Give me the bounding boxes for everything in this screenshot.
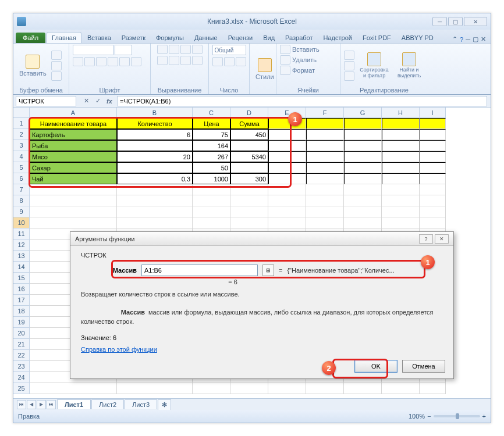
file-tab[interactable]: Файл xyxy=(16,33,45,43)
sheet-tab-2[interactable]: Лист2 xyxy=(91,399,124,409)
wrap-button[interactable] xyxy=(192,45,203,54)
row-header[interactable]: 18 xyxy=(13,306,30,317)
cell[interactable] xyxy=(117,217,193,228)
tab-layout[interactable]: Разметк xyxy=(117,33,150,43)
zoom-slider[interactable] xyxy=(434,415,480,417)
cell[interactable] xyxy=(193,206,230,217)
sheet-nav-last[interactable]: ⏭ xyxy=(47,400,56,409)
cell[interactable] xyxy=(268,173,306,184)
cell[interactable] xyxy=(420,206,446,217)
cell[interactable] xyxy=(344,184,382,195)
tab-abbyy[interactable]: ABBYY PD xyxy=(397,33,438,43)
cell[interactable] xyxy=(306,383,344,394)
dialog-help-button[interactable]: ? xyxy=(419,234,433,244)
row-header[interactable]: 1 xyxy=(13,118,30,129)
comma-button[interactable] xyxy=(236,57,246,66)
arg-input[interactable] xyxy=(141,265,258,276)
row-header[interactable]: 21 xyxy=(13,339,30,350)
column-header[interactable]: I xyxy=(420,108,446,118)
cell[interactable] xyxy=(344,162,382,173)
cell[interactable] xyxy=(344,140,382,151)
cell[interactable]: 164 xyxy=(193,140,230,151)
row-header[interactable]: 11 xyxy=(13,228,30,240)
sort-filter-button[interactable]: Сортировка и фильтр xyxy=(357,51,392,80)
cell[interactable] xyxy=(344,118,382,129)
cell[interactable] xyxy=(344,129,382,140)
merge-button[interactable] xyxy=(192,56,203,65)
cancel-button[interactable]: Отмена xyxy=(402,360,445,373)
row-header[interactable]: 9 xyxy=(13,206,30,217)
maximize-button[interactable]: ▢ xyxy=(448,17,463,26)
column-header[interactable]: B xyxy=(117,108,193,118)
doc-restore-button[interactable]: ▢ xyxy=(473,35,478,43)
cell[interactable] xyxy=(382,184,420,195)
align-bot-button[interactable] xyxy=(180,45,191,54)
format-cells-button[interactable]: Формат xyxy=(280,66,315,75)
cell[interactable] xyxy=(382,129,420,140)
align-mid-button[interactable] xyxy=(169,45,179,54)
cell[interactable] xyxy=(382,217,420,228)
tab-foxit[interactable]: Foxit PDF xyxy=(358,33,396,43)
cell[interactable] xyxy=(306,217,344,228)
zoom-in-button[interactable]: + xyxy=(482,413,486,420)
cell[interactable] xyxy=(30,206,117,217)
row-header[interactable]: 4 xyxy=(13,151,30,162)
cell[interactable] xyxy=(420,173,446,184)
cell[interactable] xyxy=(344,195,382,206)
column-header[interactable]: F xyxy=(306,108,344,118)
row-header[interactable]: 24 xyxy=(13,372,30,383)
column-header[interactable]: A xyxy=(30,108,117,118)
cell[interactable] xyxy=(268,140,306,151)
row-header[interactable]: 12 xyxy=(13,240,30,251)
column-header[interactable]: C xyxy=(193,108,230,118)
cell[interactable] xyxy=(420,129,446,140)
cell[interactable] xyxy=(306,206,344,217)
cell[interactable]: Цена xyxy=(193,118,230,129)
sheet-nav-prev[interactable]: ◀ xyxy=(27,400,36,409)
cell[interactable] xyxy=(382,206,420,217)
align-right-button[interactable] xyxy=(180,56,191,65)
cell[interactable]: 1000 xyxy=(193,173,230,184)
tab-formulas[interactable]: Формулы xyxy=(151,33,189,43)
tab-addins[interactable]: Надстрой xyxy=(319,33,357,43)
cell[interactable] xyxy=(420,184,446,195)
cell[interactable] xyxy=(268,206,306,217)
cell[interactable] xyxy=(420,162,446,173)
cell[interactable] xyxy=(420,151,446,162)
sheet-tab-1[interactable]: Лист1 xyxy=(57,399,91,409)
cell[interactable] xyxy=(30,383,117,394)
cell[interactable]: 20 xyxy=(117,151,193,162)
new-sheet-button[interactable]: ✻ xyxy=(158,399,171,410)
cell[interactable] xyxy=(117,195,193,206)
cell[interactable]: 75 xyxy=(193,129,230,140)
paste-button[interactable]: Вставить xyxy=(17,53,49,78)
cell[interactable] xyxy=(230,140,268,151)
cell[interactable] xyxy=(230,195,268,206)
cell[interactable]: 0,3 xyxy=(117,173,193,184)
fill-color-button[interactable] xyxy=(119,57,130,66)
cell[interactable]: 300 xyxy=(230,173,268,184)
row-header[interactable]: 19 xyxy=(13,317,30,328)
cell[interactable]: Наименование товара xyxy=(30,118,117,129)
cell[interactable]: Рыба xyxy=(30,140,117,151)
row-header[interactable]: 13 xyxy=(13,251,30,262)
help-icon[interactable]: ? xyxy=(460,36,463,43)
cell[interactable] xyxy=(230,184,268,195)
help-link[interactable]: Справка по этой функции xyxy=(79,345,445,354)
cancel-formula-button[interactable]: ✕ xyxy=(81,96,91,106)
tab-insert[interactable]: Вставка xyxy=(83,33,116,43)
cell[interactable] xyxy=(117,206,193,217)
row-header[interactable]: 10 xyxy=(13,217,30,228)
align-top-button[interactable] xyxy=(157,45,168,54)
border-button[interactable] xyxy=(108,57,118,66)
clear-button[interactable] xyxy=(344,72,354,81)
tab-view[interactable]: Вид xyxy=(258,33,279,43)
cell[interactable] xyxy=(306,162,344,173)
row-header[interactable]: 3 xyxy=(13,140,30,151)
row-header[interactable]: 7 xyxy=(13,184,30,195)
column-header[interactable]: D xyxy=(230,108,268,118)
tab-home[interactable]: Главная xyxy=(47,32,81,43)
row-header[interactable]: 15 xyxy=(13,273,30,284)
cell[interactable]: 6 xyxy=(117,129,193,140)
cell[interactable] xyxy=(382,118,420,129)
